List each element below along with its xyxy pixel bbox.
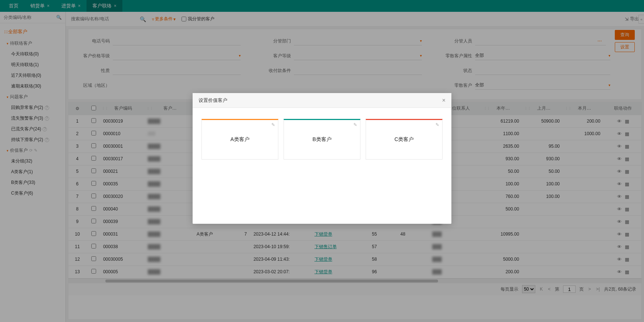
close-icon[interactable]: × [442, 97, 445, 104]
value-card-c[interactable]: ✎ C类客户 [366, 119, 443, 160]
edit-icon[interactable]: ✎ [271, 122, 275, 127]
value-card-b[interactable]: ✎ B类客户 [284, 119, 360, 160]
card-label: C类客户 [394, 136, 414, 143]
edit-icon[interactable]: ✎ [435, 122, 439, 127]
card-label: A类客户 [230, 136, 249, 143]
modal-header: 设置价值客户 × [193, 93, 451, 108]
value-customer-modal: 设置价值客户 × ✎ A类客户 ✎ B类客户 ✎ C类客户 [193, 93, 451, 224]
card-label: B类客户 [312, 136, 331, 143]
edit-icon[interactable]: ✎ [353, 122, 357, 127]
modal-title: 设置价值客户 [199, 97, 442, 104]
value-card-a[interactable]: ✎ A类客户 [201, 119, 278, 160]
modal-overlay[interactable]: 设置价值客户 × ✎ A类客户 ✎ B类客户 ✎ C类客户 [0, 0, 644, 322]
